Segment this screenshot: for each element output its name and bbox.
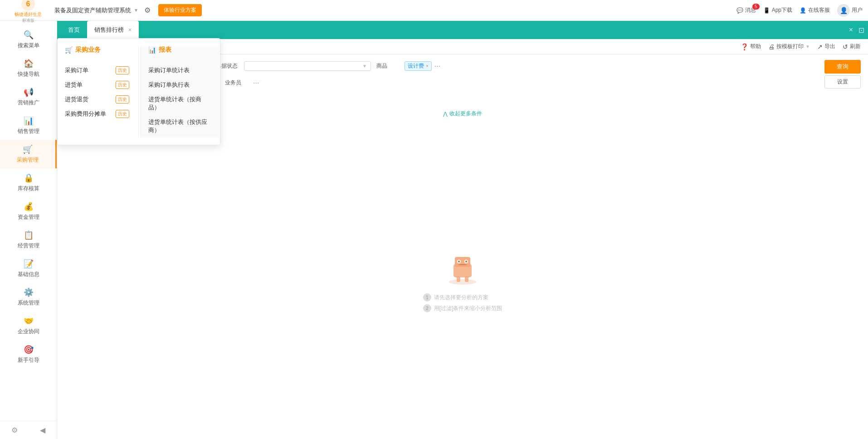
logo-version: 标准版 xyxy=(22,18,34,24)
purchase-order-exec-label: 采购订单执行表 xyxy=(148,81,190,89)
tab-home-label: 首页 xyxy=(68,26,80,34)
purchase-col: 🛒 采购业务 采购订单 历史 进货单 历史 进货退货 历史 采购费用分摊单 历史 xyxy=(58,46,137,138)
inbound-label: 进货单 xyxy=(65,81,83,89)
system-name-text: 装备及固定资产辅助管理系统 xyxy=(54,6,131,15)
message-icon: 💬 xyxy=(736,7,743,14)
message-badge: 5 xyxy=(752,4,760,10)
dropdown-divider xyxy=(138,46,139,138)
phone-icon: 📱 xyxy=(763,7,770,14)
user-button[interactable]: 👤 用户 xyxy=(837,4,863,17)
online-service-label: 在线客服 xyxy=(808,6,830,14)
tab-restore-button[interactable]: ⊡ xyxy=(858,26,864,35)
dropdown-item-expense[interactable]: 采购费用分摊单 历史 xyxy=(65,107,129,121)
user-avatar: 👤 xyxy=(837,4,850,17)
tab-bar: 首页 销售排行榜 × × ⊡ xyxy=(57,21,868,39)
reports-col-label: 报表 xyxy=(159,46,171,54)
expense-label: 采购费用分摊单 xyxy=(65,110,106,118)
tab-close-button[interactable]: × xyxy=(849,26,853,34)
user-label: 用户 xyxy=(852,6,863,14)
inbound-stat-supplier-label: 进货单统计表（按供应商） xyxy=(148,118,213,134)
system-name-area: 装备及固定资产辅助管理系统 ▼ xyxy=(54,6,138,15)
purchase-col-title: 🛒 采购业务 xyxy=(65,46,129,58)
online-service-button[interactable]: 👤 在线客服 xyxy=(800,6,830,14)
message-button[interactable]: 💬 消息 5 xyxy=(736,6,756,14)
app-container: 6 畅捷通好生意 标准版 装备及固定资产辅助管理系统 ▼ ⚙ 体验行业方案 💬 … xyxy=(0,0,868,439)
tab-sales-rank[interactable]: 销售排行榜 × xyxy=(87,21,139,39)
svg-text:6: 6 xyxy=(26,0,30,8)
dropdown-item-inbound[interactable]: 进货单 历史 xyxy=(65,78,129,92)
dropdown-item-return[interactable]: 进货退货 历史 xyxy=(65,92,129,107)
reports-col-icon: 📊 xyxy=(148,46,156,54)
service-icon: 👤 xyxy=(800,7,806,14)
expense-history[interactable]: 历史 xyxy=(116,110,129,118)
logo-text: 畅捷通好生意 xyxy=(15,11,42,18)
dropdown-item-purchase-order-exec[interactable]: 采购订单执行表 xyxy=(148,78,213,92)
app-download-button[interactable]: 📱 App下载 xyxy=(763,6,792,14)
tab-sales-rank-label: 销售排行榜 xyxy=(94,26,124,34)
return-history[interactable]: 历史 xyxy=(116,95,129,104)
reports-col: 📊 报表 采购订单统计表 采购订单执行表 进货单统计表（按商品） 进货单统计表（… xyxy=(141,46,220,138)
reports-col-title: 📊 报表 xyxy=(148,46,213,58)
gear-button[interactable]: ⚙ xyxy=(141,4,154,17)
dropdown-item-purchase-order-stat[interactable]: 采购订单统计表 xyxy=(148,63,213,78)
app-download-label: App下载 xyxy=(772,6,792,14)
logo-icon: 6 xyxy=(21,0,35,11)
top-bar: 6 畅捷通好生意 标准版 装备及固定资产辅助管理系统 ▼ ⚙ 体验行业方案 💬 … xyxy=(0,0,868,21)
inbound-stat-goods-label: 进货单统计表（按商品） xyxy=(148,95,213,112)
purchase-dropdown-menu: 🛒 采购业务 采购订单 历史 进货单 历史 进货退货 历史 采购费用分摊单 历史 xyxy=(57,38,220,145)
return-label: 进货退货 xyxy=(65,95,88,104)
purchase-order-stat-label: 采购订单统计表 xyxy=(148,66,190,74)
purchase-order-label: 采购订单 xyxy=(65,66,88,74)
tab-close-icon[interactable]: × xyxy=(128,27,132,33)
dropdown-arrow-icon[interactable]: ▼ xyxy=(134,8,138,13)
logo-area: 6 畅捷通好生意 标准版 xyxy=(5,0,51,24)
dropdown-item-inbound-stat-supplier[interactable]: 进货单统计表（按供应商） xyxy=(148,115,213,138)
dropdown-item-inbound-stat-goods[interactable]: 进货单统计表（按商品） xyxy=(148,92,213,115)
industry-button[interactable]: 体验行业方案 xyxy=(158,4,202,16)
top-actions: 💬 消息 5 📱 App下载 👤 在线客服 👤 用户 xyxy=(736,4,863,17)
purchase-order-history[interactable]: 历史 xyxy=(116,66,129,74)
dropdown-item-purchase-order[interactable]: 采购订单 历史 xyxy=(65,63,129,78)
tab-bar-actions: × ⊡ xyxy=(849,26,864,35)
tab-home[interactable]: 首页 xyxy=(61,21,87,39)
purchase-col-icon: 🛒 xyxy=(65,46,73,54)
inbound-history[interactable]: 历史 xyxy=(116,81,129,89)
purchase-col-label: 采购业务 xyxy=(75,46,101,54)
